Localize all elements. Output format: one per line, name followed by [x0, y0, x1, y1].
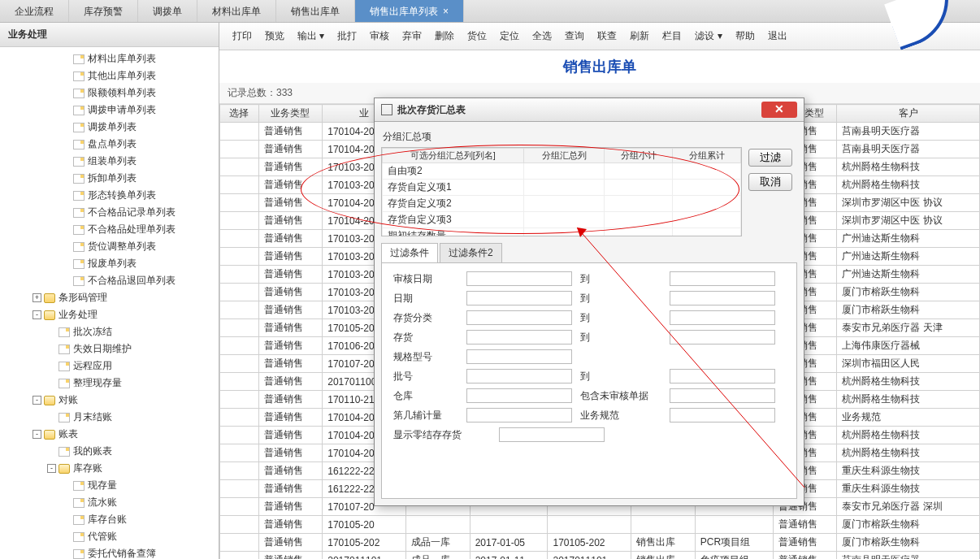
- tree-item[interactable]: 代管账: [0, 528, 219, 545]
- table-row[interactable]: 普通销售170105-202成品一库2017-01-05170105-202销售…: [220, 534, 980, 552]
- tree-item[interactable]: 货位调整单列表: [0, 238, 219, 255]
- tree-item[interactable]: 批次冻结: [0, 323, 219, 340]
- table-row[interactable]: 普通销售170105-20普通销售厦门市榕跃生物科: [220, 516, 980, 534]
- toolbar-item[interactable]: 批打: [332, 28, 362, 45]
- inventory-from[interactable]: [466, 330, 572, 344]
- tree-item-label: 批次冻结: [73, 325, 112, 339]
- document-tab[interactable]: 库存预警: [69, 0, 138, 22]
- tree-item-label: 货位调整单列表: [88, 240, 156, 254]
- toolbar-item[interactable]: 审核: [365, 28, 394, 45]
- document-tab[interactable]: 材料出库单: [197, 0, 276, 22]
- filter-tab-1[interactable]: 过滤条件: [381, 243, 438, 262]
- tree-item[interactable]: 不合格品退回单列表: [0, 272, 219, 289]
- toolbar-item[interactable]: 弃审: [397, 28, 427, 45]
- tree-item[interactable]: +条形码管理: [0, 289, 219, 306]
- tree-item[interactable]: 调拨申请单列表: [0, 102, 219, 119]
- toolbar-item[interactable]: 滤设 ▾: [690, 28, 726, 45]
- toolbar-item[interactable]: 定位: [495, 28, 524, 45]
- tree-toggle-icon: [62, 191, 71, 200]
- tree-item[interactable]: 盘点单列表: [0, 136, 219, 153]
- tree-item[interactable]: -库存账: [0, 460, 219, 477]
- audit-date-from[interactable]: [466, 271, 572, 286]
- document-tab[interactable]: 销售出库单列表×: [355, 0, 464, 22]
- tree-toggle-icon[interactable]: -: [33, 430, 41, 439]
- tree-item[interactable]: 现存量: [0, 477, 219, 494]
- column-header[interactable]: 业务类型: [258, 105, 323, 123]
- inv-class-to[interactable]: [670, 310, 775, 325]
- tree-item[interactable]: 限额领料单列表: [0, 84, 219, 102]
- tree-toggle-icon[interactable]: -: [33, 310, 41, 319]
- tree-item[interactable]: 流水账: [0, 494, 219, 511]
- group-row[interactable]: 存货自定义项1: [383, 180, 741, 196]
- dialog-titlebar[interactable]: 批次存货汇总表 ✕: [375, 98, 804, 122]
- group-row[interactable]: 自由项2: [383, 163, 741, 180]
- dialog-close-button[interactable]: ✕: [761, 102, 797, 118]
- tree-item[interactable]: 不合格品记录单列表: [0, 204, 219, 221]
- tree-item[interactable]: 材料出库单列表: [0, 50, 219, 67]
- toolbar-item[interactable]: 输出 ▾: [293, 28, 329, 45]
- toolbar-item[interactable]: 预览: [260, 28, 289, 45]
- tree-item[interactable]: 拆卸单列表: [0, 170, 219, 187]
- group-column-header[interactable]: 可选分组汇总列[列名]: [383, 149, 524, 163]
- filter-tab-2[interactable]: 过滤条件2: [440, 243, 502, 262]
- document-tab[interactable]: 调拨单: [138, 0, 197, 22]
- biz-spec-input[interactable]: [670, 408, 775, 422]
- include-unaudited-input[interactable]: [670, 388, 775, 403]
- cancel-button[interactable]: 取消: [748, 173, 792, 191]
- show-zero-input[interactable]: [499, 427, 605, 442]
- tree-item[interactable]: -账表: [0, 426, 219, 443]
- toolbar-item[interactable]: 帮助: [731, 28, 760, 45]
- tree-toggle-icon[interactable]: +: [33, 293, 41, 302]
- tree-item[interactable]: 形态转换单列表: [0, 187, 219, 204]
- tree-item[interactable]: 失效日期维护: [0, 340, 219, 358]
- tree-item[interactable]: 其他出库单列表: [0, 67, 219, 84]
- toolbar-item[interactable]: 货位: [462, 28, 492, 45]
- tree-item[interactable]: 报废单列表: [0, 255, 219, 272]
- tree-item[interactable]: -对账: [0, 392, 219, 409]
- toolbar-item[interactable]: 刷新: [625, 28, 654, 45]
- audit-date-to[interactable]: [670, 271, 775, 286]
- tree-item[interactable]: 调拨单列表: [0, 119, 219, 136]
- nth-aux-input[interactable]: [466, 408, 572, 422]
- tree-item[interactable]: 委托代销备查簿: [0, 545, 219, 559]
- group-column-header[interactable]: 分组汇总列: [523, 149, 605, 163]
- batch-from[interactable]: [466, 369, 572, 384]
- document-tab[interactable]: 企业流程: [0, 0, 69, 22]
- tree-item[interactable]: 我的账表: [0, 443, 219, 460]
- group-row[interactable]: 存货自定义项3: [383, 212, 741, 228]
- column-header[interactable]: 选择: [220, 105, 259, 123]
- document-tab[interactable]: 销售出库单: [276, 0, 355, 22]
- tree-item[interactable]: 组装单列表: [0, 153, 219, 170]
- toolbar-item[interactable]: 查询: [560, 28, 589, 45]
- tree-toggle-icon[interactable]: -: [47, 464, 56, 473]
- date-from[interactable]: [466, 291, 572, 306]
- inv-class-from[interactable]: [466, 310, 572, 325]
- tree-item[interactable]: -业务处理: [0, 306, 219, 323]
- date-to[interactable]: [670, 291, 775, 306]
- toolbar-item[interactable]: 全选: [527, 28, 557, 45]
- group-row[interactable]: 期初结存数量: [383, 228, 741, 237]
- group-column-header[interactable]: 分组累计: [673, 149, 741, 163]
- group-column-header[interactable]: 分组小计: [605, 149, 673, 163]
- tree-item[interactable]: 远程应用: [0, 358, 219, 375]
- tree-item[interactable]: 不合格品处理单列表: [0, 221, 219, 238]
- toolbar-item[interactable]: 联查: [592, 28, 622, 45]
- filter-button[interactable]: 过滤: [748, 149, 792, 167]
- close-icon[interactable]: ×: [443, 6, 449, 17]
- group-columns-grid[interactable]: 可选分组汇总列[列名]分组汇总列分组小计分组累计自由项2存货自定义项1存货自定义…: [381, 147, 742, 236]
- tree-item[interactable]: 库存台账: [0, 511, 219, 528]
- toolbar-item[interactable]: 栏目: [657, 28, 687, 45]
- table-row[interactable]: 普通销售2017011101成品一库2017-01-112017011101销售…: [220, 552, 980, 560]
- toolbar-item[interactable]: 打印: [228, 28, 257, 45]
- toolbar-item[interactable]: 退出: [763, 28, 792, 45]
- warehouse-input[interactable]: [466, 388, 572, 403]
- spec-input[interactable]: [466, 349, 572, 364]
- tree-item[interactable]: 月末结账: [0, 409, 219, 426]
- toolbar-item[interactable]: 删除: [430, 28, 459, 45]
- column-header[interactable]: 客户: [837, 105, 980, 123]
- tree-toggle-icon[interactable]: -: [33, 396, 41, 405]
- batch-to[interactable]: [670, 369, 775, 384]
- inventory-to[interactable]: [670, 330, 775, 344]
- tree-item[interactable]: 整理现存量: [0, 375, 219, 392]
- group-row[interactable]: 存货自定义项2: [383, 196, 741, 212]
